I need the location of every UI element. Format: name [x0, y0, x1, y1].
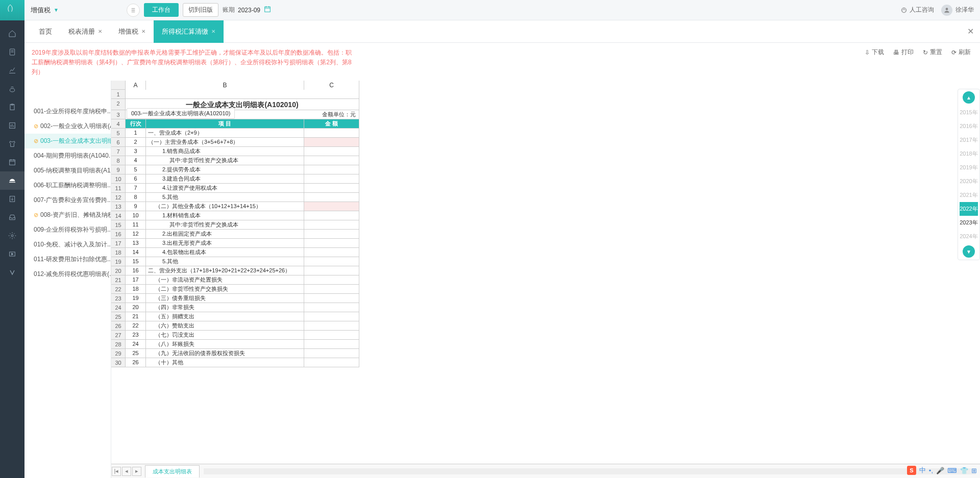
- amount-cell[interactable]: [304, 321, 359, 331]
- form-nav-item[interactable]: ⊘008-资产折旧、摊销及纳税...: [24, 208, 111, 222]
- amount-cell[interactable]: [304, 230, 359, 239]
- amount-cell[interactable]: [304, 340, 359, 349]
- tab-所得税汇算清缴[interactable]: 所得税汇算清缴✕: [154, 20, 224, 43]
- nav-money-icon[interactable]: [0, 80, 24, 98]
- ime-keyboard-icon[interactable]: ⌨: [947, 467, 957, 474]
- amount-cell[interactable]: [304, 248, 359, 257]
- year-item[interactable]: 2024年: [960, 230, 977, 243]
- amount-cell[interactable]: [304, 184, 359, 193]
- download-button[interactable]: ⇩ 下载: [865, 48, 884, 57]
- amount-cell[interactable]: [304, 165, 359, 174]
- form-nav-item[interactable]: 005-纳税调整项目明细表(A1...: [24, 163, 111, 178]
- year-item[interactable]: 2020年: [960, 174, 977, 188]
- form-nav-item[interactable]: 012-减免所得税优惠明细表(...: [24, 267, 111, 282]
- amount-cell[interactable]: [304, 312, 359, 321]
- sheet-next-icon[interactable]: ▸: [132, 467, 141, 476]
- year-item[interactable]: 2023年: [960, 216, 977, 230]
- nav-video-icon[interactable]: [0, 245, 24, 263]
- nav-export-icon[interactable]: [0, 190, 24, 208]
- nav-shirt-icon[interactable]: [0, 135, 24, 153]
- close-all-tabs-icon[interactable]: ✕: [967, 27, 974, 36]
- form-nav-item[interactable]: 001-企业所得税年度纳税申...: [24, 104, 111, 119]
- amount-cell[interactable]: [304, 331, 359, 340]
- form-nav-item[interactable]: 007-广告费和业务宣传费跨...: [24, 193, 111, 208]
- username[interactable]: 徐泽华: [955, 6, 974, 14]
- tab-首页[interactable]: 首页: [31, 20, 60, 43]
- sheet-first-icon[interactable]: |◂: [112, 467, 121, 476]
- tab-close-icon[interactable]: ✕: [141, 29, 145, 34]
- amount-cell[interactable]: [304, 349, 359, 358]
- print-button[interactable]: 🖶 打印: [893, 48, 914, 57]
- year-item[interactable]: 2022年: [960, 202, 977, 216]
- nav-clipboard-icon[interactable]: [0, 98, 24, 116]
- amount-cell[interactable]: [304, 303, 359, 312]
- list-icon-button[interactable]: [127, 4, 140, 17]
- year-item[interactable]: 2021年: [960, 188, 977, 202]
- ime-mic-icon[interactable]: 🎤: [936, 467, 944, 474]
- form-nav-item[interactable]: 004-期间费用明细表(A1040...: [24, 148, 111, 163]
- amount-cell[interactable]: [304, 266, 359, 275]
- amount-cell[interactable]: [304, 138, 359, 147]
- ime-toolbox-icon[interactable]: ⊞: [971, 467, 977, 474]
- nav-inbox-icon[interactable]: [0, 208, 24, 227]
- sheet-prev-icon[interactable]: ◂: [122, 467, 131, 476]
- amount-cell[interactable]: [304, 202, 359, 211]
- nav-doc-icon[interactable]: [0, 43, 24, 61]
- ime-logo-icon[interactable]: S: [907, 466, 916, 475]
- form-nav-item[interactable]: ⊘003-一般企业成本支出明细...: [24, 134, 111, 148]
- tab-增值税[interactable]: 增值税✕: [110, 20, 154, 43]
- year-item[interactable]: 2019年: [960, 161, 977, 174]
- form-nav-item[interactable]: 011-研发费用加计扣除优惠...: [24, 252, 111, 267]
- ime-lang[interactable]: 中: [919, 466, 926, 475]
- amount-cell[interactable]: [304, 275, 359, 285]
- year-up-icon[interactable]: ▲: [963, 91, 975, 104]
- user-avatar-icon[interactable]: [941, 5, 952, 16]
- tab-税表清册[interactable]: 税表清册✕: [60, 20, 110, 43]
- nav-calendar-icon[interactable]: [0, 153, 24, 171]
- horizontal-scrollbar[interactable]: [204, 468, 976, 474]
- amount-cell[interactable]: [304, 220, 359, 230]
- amount-cell[interactable]: [304, 174, 359, 184]
- amount-cell[interactable]: [304, 129, 359, 138]
- amount-cell[interactable]: [304, 358, 359, 367]
- tab-close-icon[interactable]: ✕: [211, 29, 215, 34]
- nav-gear-icon[interactable]: [0, 227, 24, 245]
- svg-rect-4: [10, 160, 15, 165]
- amount-cell[interactable]: [304, 257, 359, 266]
- nav-chart-icon[interactable]: [0, 61, 24, 80]
- nav-report-icon[interactable]: [0, 116, 24, 135]
- workbench-button[interactable]: 工作台: [144, 3, 179, 17]
- amount-cell[interactable]: [304, 193, 359, 202]
- ime-skin-icon[interactable]: 👕: [960, 467, 968, 474]
- amount-cell[interactable]: [304, 239, 359, 248]
- period-value[interactable]: 2023-09: [238, 7, 260, 14]
- nav-v-icon[interactable]: [0, 263, 24, 282]
- year-item[interactable]: 2017年: [960, 133, 977, 147]
- amount-cell[interactable]: [304, 147, 359, 156]
- support-link[interactable]: 人工咨询: [900, 6, 934, 14]
- warn-icon: ⊘: [34, 123, 38, 130]
- sheet-tab[interactable]: 成本支出明细表: [145, 465, 200, 477]
- refresh-button[interactable]: ⟳ 刷新: [951, 48, 971, 57]
- form-nav-item[interactable]: ⊘002-一般企业收入明细表(A...: [24, 119, 111, 134]
- amount-cell[interactable]: [304, 285, 359, 294]
- form-nav-item[interactable]: 006-职工薪酬纳税调整明细...: [24, 178, 111, 193]
- company-dropdown[interactable]: 增值税 ▼: [31, 6, 122, 15]
- year-down-icon[interactable]: ▼: [963, 245, 975, 258]
- nav-meal-icon[interactable]: [0, 171, 24, 190]
- nav-home-icon[interactable]: [0, 24, 24, 43]
- year-item[interactable]: 2018年: [960, 147, 977, 161]
- calendar-icon[interactable]: [263, 5, 272, 15]
- amount-cell[interactable]: [304, 156, 359, 165]
- ime-punct-icon[interactable]: •,: [929, 467, 933, 474]
- amount-cell[interactable]: [304, 294, 359, 303]
- switch-old-button[interactable]: 切到旧版: [183, 3, 218, 17]
- form-nav-item[interactable]: 010-免税、减计收入及加计...: [24, 237, 111, 252]
- reset-button[interactable]: ↻ 重置: [923, 48, 942, 57]
- tab-close-icon[interactable]: ✕: [98, 29, 102, 34]
- form-nav-item[interactable]: 009-企业所得税弥补亏损明...: [24, 222, 111, 237]
- year-item[interactable]: 2016年: [960, 119, 977, 133]
- col-header: B: [146, 81, 304, 90]
- amount-cell[interactable]: [304, 211, 359, 220]
- year-item[interactable]: 2015年: [960, 106, 977, 119]
